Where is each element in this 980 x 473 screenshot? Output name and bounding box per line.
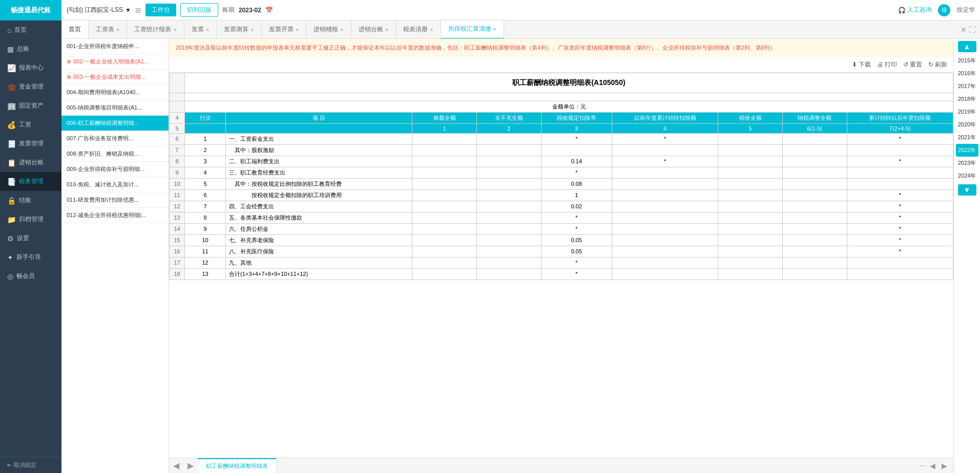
left-item-001[interactable]: 001-企业所得税年度纳税申... [61, 39, 169, 54]
cell-r4-c1[interactable] [412, 167, 477, 178]
cell-r12-c1[interactable] [412, 257, 477, 268]
cell-r11-c6[interactable] [782, 246, 847, 257]
year-item-2019[interactable]: 2019年 [956, 105, 978, 118]
cell-r11-c4[interactable] [612, 246, 718, 257]
download-button[interactable]: ⬇ 下载 [852, 60, 871, 69]
sidebar-item-purchase[interactable]: 📋 进销台账 [0, 153, 61, 172]
sidebar-item-closing[interactable]: 🔒 结账 [0, 191, 61, 210]
left-item-007[interactable]: 007-广告和业务宣传费明... [61, 131, 169, 146]
tab-purchase-check[interactable]: 进销稽核 × [306, 20, 351, 39]
tab-invoice-calc-close[interactable]: × [251, 27, 254, 33]
cell-r10-c5[interactable] [718, 234, 783, 246]
cell-r13-c6[interactable] [782, 268, 847, 280]
cell-r9-c6[interactable] [782, 223, 847, 234]
cell-r1-c2[interactable] [477, 133, 541, 144]
cell-r13-c4[interactable] [612, 268, 718, 280]
cell-r2-c5[interactable] [718, 144, 783, 156]
workspace-button[interactable]: 工作台 [145, 4, 176, 16]
sidebar-item-fixed[interactable]: 🏢 固定资产 [0, 96, 61, 115]
cell-r4-c7[interactable] [847, 167, 953, 178]
cell-r8-c2[interactable] [477, 212, 541, 223]
copy-icon[interactable]: ⊞ [135, 6, 141, 14]
tab-tax-clearance-close[interactable]: × [430, 27, 433, 33]
scroll-right-btn[interactable]: ▶ [940, 462, 949, 470]
tab-invoice-calc[interactable]: 发票测算 × [217, 20, 261, 39]
sidebar-item-settings[interactable]: ⚙ 设置 [0, 229, 61, 248]
cell-r7-c2[interactable] [477, 201, 541, 212]
left-item-012[interactable]: 012-减免企业所得税优惠明细(... [61, 208, 169, 223]
cell-r3-c2[interactable] [477, 156, 541, 167]
cell-r1-c1[interactable] [412, 133, 477, 144]
sheet-menu-icon[interactable]: ⋯ [920, 462, 926, 469]
cell-r4-c6[interactable] [782, 167, 847, 178]
cell-r8-c6[interactable] [782, 212, 847, 223]
cell-r4-c2[interactable] [477, 167, 541, 178]
year-item-2024[interactable]: 2024年 [956, 169, 978, 182]
cell-r2-c7[interactable] [847, 144, 953, 156]
cell-r3-c6[interactable] [782, 156, 847, 167]
tab-purchase-ledger[interactable]: 进销台账 × [351, 20, 396, 39]
left-item-002[interactable]: ⊗ 002-一般企业收入明细表(A1... [61, 54, 169, 70]
tab-purchase-check-close[interactable]: × [340, 27, 343, 33]
cell-r9-c5[interactable] [718, 223, 783, 234]
year-item-2018[interactable]: 2018年 [956, 93, 978, 105]
year-item-2016[interactable]: 2016年 [956, 67, 978, 80]
tab-salary-stat[interactable]: 工资统计报表 × [127, 20, 184, 39]
cell-r11-c1[interactable] [412, 246, 477, 257]
cell-r7-c5[interactable] [718, 201, 783, 212]
cell-r6-c2[interactable] [477, 189, 541, 201]
tab-tax-clearance[interactable]: 税表清册 × [396, 20, 441, 39]
cell-r3-c5[interactable] [718, 156, 783, 167]
cell-r12-c5[interactable] [718, 257, 783, 268]
left-item-008[interactable]: 008-资产折旧、摊销及纳税... [61, 146, 169, 162]
sidebar-item-salary[interactable]: 💰 工资 [0, 115, 61, 134]
calendar-icon[interactable]: 📅 [265, 7, 273, 14]
sidebar-item-tax[interactable]: 📑 税务管理 [0, 172, 61, 191]
sidebar-item-home[interactable]: ⌂ 首页 [0, 20, 61, 39]
cell-r11-c2[interactable] [477, 246, 541, 257]
tab-invoice-open-close[interactable]: × [296, 27, 299, 33]
cell-r13-c2[interactable] [477, 268, 541, 280]
tab-invoice-close[interactable]: × [206, 27, 209, 33]
sidebar-item-asset[interactable]: 💼 资金管理 [0, 77, 61, 96]
refresh-button[interactable]: ↻ 刷新 [928, 60, 947, 69]
cell-r5-c5[interactable] [718, 178, 783, 189]
cell-r3-c1[interactable] [412, 156, 477, 167]
cell-r13-c7[interactable] [847, 268, 953, 280]
cell-r10-c6[interactable] [782, 234, 847, 246]
cell-r5-c7[interactable] [847, 178, 953, 189]
cell-r6-c6[interactable] [782, 189, 847, 201]
cell-r1-c6[interactable] [782, 133, 847, 144]
tab-salary-close[interactable]: × [116, 27, 119, 33]
cell-r2-c4[interactable] [612, 144, 718, 156]
left-item-011[interactable]: 011-研发费用加计扣除优惠... [61, 192, 169, 208]
cell-r5-c2[interactable] [477, 178, 541, 189]
cell-r2-c3[interactable] [541, 144, 612, 156]
cell-r4-c5[interactable] [718, 167, 783, 178]
sidebar-item-invoice[interactable]: 🧾 发票管理 [0, 134, 61, 153]
sheet-scroll-right[interactable]: ▶ [183, 461, 198, 470]
tab-income-tax[interactable]: 所得税汇算清缴 × [441, 20, 504, 39]
sidebar-item-guide[interactable]: ✦ 新手引导 [0, 248, 61, 267]
tab-invoice[interactable]: 发票 × [184, 20, 217, 39]
cell-r9-c2[interactable] [477, 223, 541, 234]
cell-r9-c4[interactable] [612, 223, 718, 234]
sidebar-item-archive[interactable]: 📁 归档管理 [0, 210, 61, 229]
cell-r1-c5[interactable] [718, 133, 783, 144]
cell-r12-c7[interactable] [847, 257, 953, 268]
tab-salary-stat-close[interactable]: × [173, 27, 176, 33]
tab-close-all[interactable]: ✕ [961, 26, 967, 34]
cell-r10-c2[interactable] [477, 234, 541, 246]
tab-purchase-ledger-close[interactable]: × [385, 27, 388, 33]
sheet-scroll-left[interactable]: ◀ [169, 461, 183, 470]
left-item-006[interactable]: 006-职工薪酬纳税调整明细... [61, 116, 169, 131]
cell-r5-c1[interactable] [412, 178, 477, 189]
cell-r12-c2[interactable] [477, 257, 541, 268]
cell-r6-c4[interactable] [612, 189, 718, 201]
left-item-003[interactable]: ⊗ 003-一般企业成本支出明细... [61, 70, 169, 85]
cell-r7-c6[interactable] [782, 201, 847, 212]
year-item-2022[interactable]: 2022年 [956, 144, 978, 157]
cell-r7-c1[interactable] [412, 201, 477, 212]
year-item-2020[interactable]: 2020年 [956, 118, 978, 131]
sidebar-item-report[interactable]: 📈 报表中心 [0, 58, 61, 77]
